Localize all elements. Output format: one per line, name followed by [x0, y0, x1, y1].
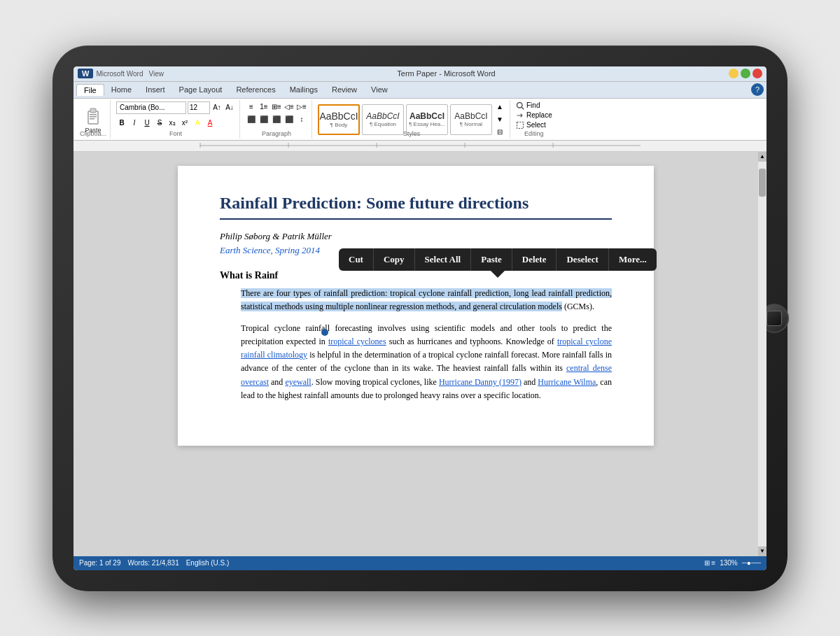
paragraph-group: ≡ 1≡ ⊞≡ ◁≡ ▷≡ ⬛ ⬛ ⬛ ⬛ ↕ Paragraph: [241, 100, 312, 139]
view-icons: ⊞ ≡: [704, 559, 716, 567]
align-left-button[interactable]: ⬛: [246, 114, 257, 125]
styles-group-label: Styles: [403, 130, 421, 137]
zoom-level: 130%: [720, 559, 738, 567]
clipboard-group: Paste Clipboa...: [76, 100, 111, 139]
context-menu: Cut Copy Select All Paste Delete Deselec…: [339, 248, 657, 271]
tab-pagelayout[interactable]: Page Layout: [172, 84, 230, 95]
svg-rect-16: [90, 108, 96, 113]
link-hurricane-wilma[interactable]: Hurricane Wilma: [538, 377, 596, 387]
highlight-button[interactable]: A: [192, 118, 203, 129]
select-button[interactable]: Select: [516, 121, 546, 129]
tab-insert[interactable]: Insert: [139, 84, 172, 95]
align-right-button[interactable]: ⬛: [271, 114, 282, 125]
scroll-down-button[interactable]: ▼: [758, 546, 766, 556]
svg-rect-19: [90, 118, 94, 120]
cut-button[interactable]: Cut: [339, 248, 374, 271]
svg-rect-15: [88, 111, 98, 124]
app-name-label: Microsoft Word: [96, 70, 143, 78]
increase-indent-button[interactable]: ▷≡: [296, 101, 307, 113]
style-equation[interactable]: AaBbCcI ¶ Equation: [362, 104, 404, 135]
underline-button[interactable]: U: [141, 118, 153, 129]
paste-ctx-button[interactable]: Paste: [471, 248, 512, 271]
font-color-button[interactable]: A: [204, 118, 216, 129]
window-title: Term Paper - Microsoft Word: [164, 69, 729, 78]
tab-mailings[interactable]: Mailings: [283, 84, 325, 95]
strikethrough-button[interactable]: S: [154, 118, 165, 129]
styles-scroll-up[interactable]: ▲: [494, 101, 505, 113]
link-tropical-cyclones[interactable]: tropical cyclones: [328, 337, 386, 346]
word-app-button[interactable]: W: [78, 69, 93, 78]
svg-point-20: [517, 102, 523, 108]
paragraph-2: Tropical cyclone rainfall forecasting in…: [220, 322, 612, 402]
replace-button[interactable]: Replace: [516, 111, 552, 120]
words-info: Words: 21/4,831: [128, 559, 179, 567]
deselect-button[interactable]: Deselect: [556, 248, 608, 271]
font-group-label: Font: [169, 130, 182, 137]
link-hurricane-danny[interactable]: Hurricane Danny (1997): [439, 377, 522, 387]
svg-line-21: [522, 107, 524, 109]
window-controls: [729, 69, 762, 78]
decrease-indent-button[interactable]: ◁≡: [284, 101, 295, 113]
minimize-button[interactable]: [729, 69, 738, 78]
tab-home[interactable]: Home: [104, 84, 139, 95]
select-all-button[interactable]: Select All: [415, 248, 472, 271]
ruler: | | | | |: [74, 141, 766, 152]
numbering-button[interactable]: 1≡: [258, 101, 270, 113]
italic-button[interactable]: I: [129, 118, 140, 129]
link-eyewall[interactable]: eyewall: [285, 377, 311, 387]
svg-rect-17: [90, 114, 97, 115]
document-area: Rainfall Prediction: Some future directi…: [74, 152, 766, 556]
ipad-frame: W Microsoft Word View Term Paper - Micro…: [52, 45, 788, 591]
selection-handle-bottom[interactable]: [321, 329, 328, 336]
selected-text: There are four types of rainfall predict…: [241, 288, 612, 311]
style-body[interactable]: AaBbCcI ¶ Body: [318, 104, 360, 135]
grow-font-button[interactable]: A↑: [211, 102, 223, 113]
shrink-font-button[interactable]: A↓: [224, 102, 235, 113]
section-heading: What is Rainf Cut Copy Select All Paste …: [220, 270, 612, 281]
styles-scroll-down[interactable]: ▼: [494, 114, 505, 125]
editing-group: Find Replace Select Editing: [512, 100, 556, 139]
document-authors: Philip Søborg & Patrik Müller: [220, 231, 612, 242]
title-bar: W Microsoft Word View Term Paper - Micro…: [74, 66, 766, 82]
copy-button[interactable]: Copy: [374, 248, 415, 271]
document-scroll[interactable]: Rainfall Prediction: Some future directi…: [74, 152, 758, 556]
style-normal[interactable]: AaBbCcI ¶ Normal: [450, 104, 492, 135]
status-bar: Page: 1 of 29 Words: 21/4,831 English (U…: [74, 556, 766, 570]
zoom-slider[interactable]: ─●──: [742, 559, 761, 567]
context-menu-arrow: [491, 271, 505, 278]
scrollbar-thumb[interactable]: [759, 169, 766, 197]
delete-button[interactable]: Delete: [512, 248, 557, 271]
context-menu-row: Cut Copy Select All Paste Delete Deselec…: [339, 248, 657, 271]
menu-view[interactable]: View: [148, 70, 164, 78]
paragraph-group-label: Paragraph: [262, 130, 291, 137]
bold-button[interactable]: B: [116, 118, 127, 129]
page-info: Page: 1 of 29: [79, 559, 121, 567]
close-button[interactable]: [752, 69, 762, 78]
more-button[interactable]: More...: [609, 248, 657, 271]
line-spacing-button[interactable]: ↕: [296, 114, 307, 125]
language-info: English (U.S.): [186, 559, 230, 567]
scrollbar-track[interactable]: [758, 162, 766, 546]
paragraph-1: There are four types of rainfall predict…: [220, 287, 612, 313]
font-name-input[interactable]: [116, 101, 186, 114]
styles-group: AaBbCcI ¶ Body AaBbCcI ¶ Equation AaBbCc…: [314, 100, 510, 139]
bullets-button[interactable]: ≡: [246, 101, 257, 113]
scroll-up-button[interactable]: ▲: [758, 152, 766, 162]
styles-more[interactable]: ⊟: [494, 127, 505, 138]
multilevel-button[interactable]: ⊞≡: [271, 101, 282, 113]
maximize-button[interactable]: [741, 69, 750, 78]
font-size-input[interactable]: [188, 101, 210, 114]
subscript-button[interactable]: x₂: [167, 118, 178, 129]
vertical-scrollbar[interactable]: ▲ ▼: [758, 152, 766, 556]
document-title: Rainfall Prediction: Some future directi…: [220, 194, 612, 220]
tab-file[interactable]: File: [76, 84, 104, 96]
justify-button[interactable]: ⬛: [284, 114, 295, 125]
superscript-button[interactable]: x²: [179, 118, 190, 129]
font-group: A↑ A↓ B I U S x₂ x² A A Font: [112, 100, 240, 139]
help-button[interactable]: ?: [751, 83, 764, 96]
find-button[interactable]: Find: [516, 101, 540, 110]
tab-view[interactable]: View: [364, 84, 395, 95]
align-center-button[interactable]: ⬛: [258, 114, 270, 125]
tab-review[interactable]: Review: [325, 84, 364, 95]
tab-references[interactable]: References: [229, 84, 282, 95]
